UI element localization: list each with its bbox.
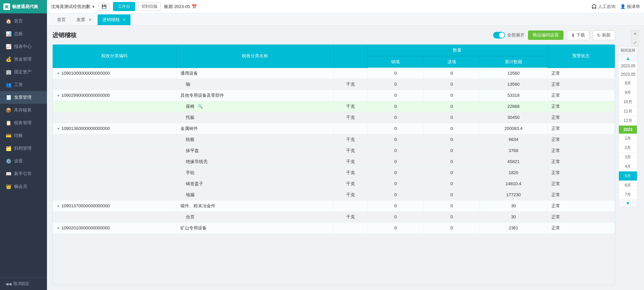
table-body: ▼10901000000000000000通用设备0013560正常轴千克001… [53,68,615,233]
salary-icon: 👥 [5,82,11,87]
tab-invoice-close[interactable]: ✕ [89,18,92,22]
sidebar-item-tax[interactable]: 📋 税务管理 [0,117,47,129]
tab-invoice-label: 发票 [76,17,85,22]
company-selector[interactable]: 沈海英测试经营勿删 ▼ [51,4,95,10]
inventory-icon: 📦 [5,107,11,113]
unpin-button[interactable]: ◀◀ 取消固定 [0,277,47,290]
search-icon[interactable]: 🔍 [198,104,203,109]
table-cell-sale: 0 [367,101,424,112]
sidebar-item-guide[interactable]: 📖 新手引导 [0,167,47,180]
period-item[interactable]: 12月 [619,116,637,126]
download-label: 下载 [576,32,585,38]
data-table-container[interactable]: 税收分类编码 税收分类名称 数量 预警状态 销项 进项 累计数额 [52,44,615,285]
table-cell-sale: 0 [367,123,424,134]
sidebar-item-archive[interactable]: 🗂️ 归档管理 [0,142,47,155]
period-item[interactable]: 7月 [619,190,637,200]
refresh-icon: ↻ [597,33,601,38]
close-panel-button[interactable]: ✕ [631,30,639,38]
expand-panel-button[interactable]: ⤢ [631,39,639,46]
table-cell-status: 正常 [547,123,614,134]
sidebar-item-checkout-label: 结账 [14,133,23,139]
table-cell-name: 抹平盘 [176,145,334,156]
period-scroll-up[interactable]: ▲ [619,55,637,62]
table-cell-total: 13560 [480,68,547,79]
table-cell-status: 正常 [547,156,614,167]
download-button[interactable]: ⬇ 下载 [567,30,589,40]
period-item[interactable]: 11月 [619,107,637,116]
table-cell-sale: 0 [367,112,424,123]
period-item[interactable]: 2023.05 [619,62,637,70]
toggle-switch-control[interactable] [493,32,505,39]
period-item[interactable]: 2月 [619,143,637,153]
table-cell-unit: 千克 [334,156,368,167]
table-row: 铸造盖子千克0014810.4正常 [53,178,615,189]
sidebar-nav: 🏠 首页 📊 总账 📈 报表中心 💰 资金管理 🏢 固定资产 👥 工资 🧾 发票… [0,13,47,277]
period-scroll-down[interactable]: ▼ [619,200,637,207]
tab-reconcile[interactable]: 进销稽核 ✕ [98,14,131,25]
assets-icon: 🏢 [5,69,11,75]
switch-version-button[interactable]: 切到旧版 [139,2,161,11]
sidebar-item-ledger[interactable]: 📊 总账 [0,27,47,40]
tab-reconcile-close[interactable]: ✕ [123,18,126,22]
period-label: 账期 [164,4,173,10]
sidebar-item-funds[interactable]: 💰 资金管理 [0,53,47,66]
col-header-status: 预警状态 [547,45,614,68]
table-cell-code: ▼10901000000000000000 [53,68,176,79]
sidebar-item-reports[interactable]: 📈 报表中心 [0,40,47,53]
expand-icon: ▼ [57,204,60,208]
period-item[interactable]: 9月 [619,88,637,97]
support-link[interactable]: 🎧 人工咨询 [591,4,615,10]
period-item[interactable]: 2023.05 [619,70,637,79]
product-code-button[interactable]: 商品编码设置 [528,30,564,40]
sidebar-item-assets[interactable]: 🏢 固定资产 [0,66,47,78]
table-cell-unit: 千克 [334,134,368,145]
checkout-icon: 💳 [5,133,11,138]
sidebar-item-checkout[interactable]: 💳 结账 [0,129,47,142]
period-item[interactable]: 4月 [619,162,637,171]
support-label: 人工咨询 [598,4,615,10]
period-item[interactable]: 1月 [619,134,637,143]
save-button[interactable]: 💾 [99,3,110,10]
sidebar-item-member[interactable]: 👑 畅会员 [0,180,47,193]
table-cell-unit: 千克 [334,79,368,90]
table-cell-name: 其他专用设备及零部件 [176,90,334,101]
period-item[interactable]: 8月 [619,79,637,88]
period-item[interactable]: 10月 [619,97,637,107]
expand-toggle[interactable]: 全部展开 [493,32,525,39]
user-profile[interactable]: 👤 徐泽华 [620,4,640,10]
table-cell-total: 30 [480,200,547,211]
page-actions: 全部展开 商品编码设置 ⬇ 下载 ↻ 刷新 [493,30,615,40]
table-cell-status: 正常 [547,145,614,156]
sidebar-item-inventory[interactable]: 📦 库存核算 [0,104,47,117]
table-cell-sale: 0 [367,68,424,79]
period-item[interactable]: 3月 [619,153,637,162]
table-cell-total: 53318 [480,90,547,101]
table-cell-status: 正常 [547,189,614,200]
sidebar-item-settings[interactable]: ⚙️ 设置 [0,155,47,167]
sidebar-item-invoice[interactable]: 🧾 发票管理 [0,91,47,104]
company-name: 沈海英测试经营勿删 [51,4,90,10]
table-cell-purchase: 0 [424,178,480,189]
reports-icon: 📈 [5,44,11,49]
member-icon: 👑 [5,184,11,189]
table-row: 轴千克0013560正常 [53,79,615,90]
table-cell-unit [334,68,368,79]
period-item[interactable]: 2023 [619,126,637,134]
workspace-button[interactable]: 工作台 [113,2,135,11]
table-cell-purchase: 0 [424,200,480,211]
table-cell-name: 金属铸件 [176,123,334,134]
period-item[interactable]: 6月 [619,181,637,190]
sidebar-item-home[interactable]: 🏠 首页 [0,15,47,27]
period-item[interactable]: 5月 [619,171,637,181]
sidebar-item-salary[interactable]: 👥 工资 [0,78,47,91]
table-cell-purchase: 0 [424,123,480,134]
refresh-button[interactable]: ↻ 刷新 [593,30,615,40]
period-display: 账期 2023-05 📅 [164,4,197,10]
tab-invoice[interactable]: 发票 ✕ [72,14,96,25]
table-cell-sale: 0 [367,200,424,211]
table-cell-code: ▼10901370000000000000 [53,200,176,211]
table-cell-purchase: 0 [424,79,480,90]
tab-home[interactable]: 首页 [52,14,70,25]
sidebar-item-home-label: 首页 [14,18,23,24]
table-cell-total: 177230 [480,189,547,200]
